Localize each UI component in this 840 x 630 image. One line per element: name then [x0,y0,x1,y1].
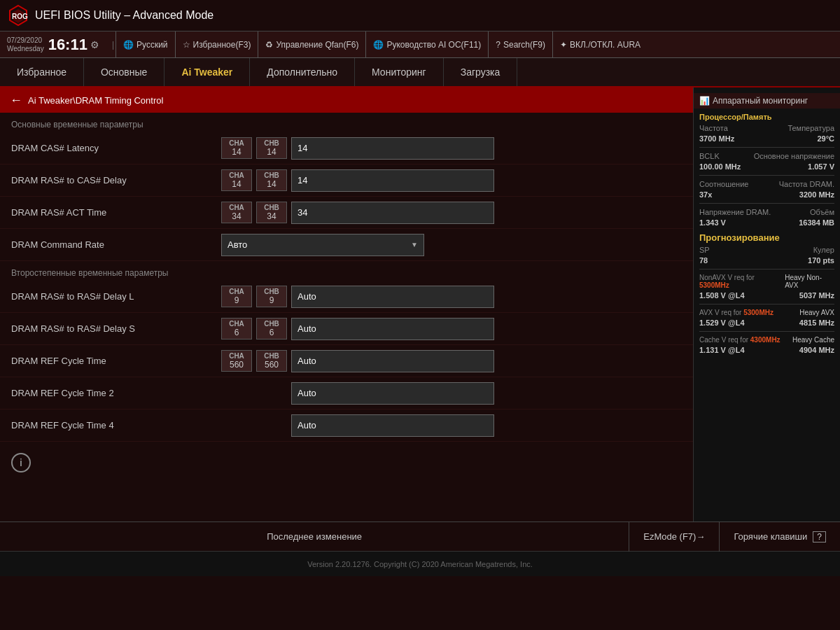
dram-ref-cycle2-values [221,382,682,405]
list-item: Частота Температура [699,124,834,132]
back-arrow-icon[interactable]: ← [10,93,22,108]
nav-favorites[interactable]: Избранное [0,58,84,86]
monitor-icon: 📊 [699,96,710,106]
right-sidebar: 📊 Аппаратный мониторинг Процессор/Память… [693,88,840,522]
dram-ref-cycle2-input[interactable] [291,382,494,405]
info-button[interactable]: i [11,453,31,472]
nav-ai-tweaker[interactable]: Ai Tweaker [164,58,250,86]
dram-ref-cycle4-input[interactable] [291,414,494,437]
table-row: DRAM REF Cycle Time CHA 560 CHB 560 [0,345,693,377]
dram-ras-act-label: DRAM RAS# ACT Time [11,207,221,218]
nav-monitor[interactable]: Мониторинг [355,58,444,86]
sidebar-section-title: 📊 Аппаратный мониторинг [694,93,840,108]
dram-cas-latency-label: DRAM CAS# Latency [11,143,221,153]
list-item: 1.343 V 16384 MB [699,218,834,227]
dram-ras-ras-l-values: CHA 9 CHB 9 [221,286,682,308]
last-change-btn[interactable]: Последнее изменение [0,522,629,552]
list-item: Напряжение DRAM. Объём [699,208,834,216]
dram-ras-cas-delay-input[interactable] [291,169,494,192]
search-icon: ? [496,40,500,50]
hotkeys-btn[interactable]: Горячие клавиши ? [719,522,840,552]
nav-boot[interactable]: Загрузка [444,58,518,86]
cha-box-cas: CHA 14 [221,137,252,159]
dram-ras-act-values: CHA 34 CHB 34 [221,202,682,224]
dram-command-rate-values: Авто ▼ [221,234,682,256]
main-content: ← Ai Tweaker\DRAM Timing Control Основны… [0,88,693,522]
dram-command-rate-label: DRAM Command Rate [11,239,221,250]
dram-ras-ras-s-input[interactable] [291,318,494,340]
dram-command-rate-dropdown[interactable]: Авто ▼ [221,234,424,256]
footer: Version 2.20.1276. Copyright (C) 2020 Am… [0,551,840,576]
cha-value-cas: 14 [232,147,241,157]
table-row: DRAM RAS# ACT Time CHA 34 CHB 34 [0,197,693,229]
dram-ras-cas-delay-label: DRAM RAS# to CAS# Delay [11,175,221,186]
cha-box-rrs: CHA 6 [221,318,252,340]
aura-btn[interactable]: ✦ ВКЛ./ОТКЛ. AURA [552,31,648,58]
dram-ras-ras-l-label: DRAM RAS# to RAS# Delay L [11,291,221,302]
dram-ras-ras-l-input[interactable] [291,286,494,308]
chb-box-rrs: CHB 6 [256,318,287,340]
date-text: 07/29/2020 [7,36,44,45]
cha-label-cas: CHA [229,139,244,147]
breadcrumb-path: Ai Tweaker\DRAM Timing Control [28,95,163,106]
list-item: BCLK Основное напряжение [699,152,834,160]
bottom-bar: Последнее изменение EzMode (F7)→ Горячие… [0,522,840,551]
dram-ras-act-input[interactable] [291,202,494,224]
time-display: 16:11 [48,36,88,54]
dropdown-arrow-icon: ▼ [411,241,418,248]
cha-box-ras-act: CHA 34 [221,202,252,223]
dram-cas-latency-input[interactable] [291,137,494,160]
chb-box-cas: CHB 14 [256,137,287,159]
list-item: Cache V req for 4300MHz Heavy Cache [699,336,834,344]
list-item: 1.508 V @L4 5037 MHz [699,291,834,300]
fan-icon: ♻ [265,40,273,50]
chb-value-cas: 14 [267,147,276,157]
primary-section-header: Основные временные параметры [0,113,693,132]
list-item: 100.00 MHz 1.057 V [699,162,834,171]
list-item: 1.529 V @L4 4815 MHz [699,318,834,327]
chb-box-rct: CHB 560 [256,350,287,372]
nav-advanced[interactable]: Дополнительно [250,58,355,86]
table-row: DRAM CAS# Latency CHA 14 CHB 14 [0,132,693,164]
table-row: DRAM RAS# to RAS# Delay S CHA 6 CHB 6 [0,313,693,345]
search-btn[interactable]: ? Search(F9) [488,31,552,58]
header: ROG UEFI BIOS Utility – Advanced Mode [0,0,840,31]
aioc-btn[interactable]: 🌐 Руководство AI OC(F11) [365,31,488,58]
settings-gear-icon[interactable]: ⚙ [90,39,99,50]
dram-ref-cycle4-values [221,414,682,437]
breadcrumb: ← Ai Tweaker\DRAM Timing Control [0,88,693,113]
main-nav: Избранное Основные Ai Tweaker Дополнител… [0,58,840,88]
dram-ref-cycle-label: DRAM REF Cycle Time [11,356,221,366]
ezmode-btn[interactable]: EzMode (F7)→ [629,522,719,552]
chb-box-ras-act: CHB 34 [256,202,287,223]
topbar: 07/29/2020 Wednesday 16:11 ⚙ | 🌐 Русский… [0,31,840,58]
dram-ref-cycle-input[interactable] [291,350,494,372]
ai-icon: 🌐 [373,40,384,50]
settings-body: Основные временные параметры DRAM CAS# L… [0,113,693,442]
table-row: DRAM RAS# to RAS# Delay L CHA 9 CHB 9 [0,281,693,313]
dram-cas-latency-values: CHA 14 CHB 14 [221,137,682,160]
dram-ref-cycle2-label: DRAM REF Cycle Time 2 [11,388,221,398]
info-area: i [0,442,693,484]
list-item: 3700 MHz 29°C [699,134,834,143]
dram-ras-cas-delay-values: CHA 14 CHB 14 [221,169,682,192]
list-item: NonAVX V req for 5300MHz Heavy Non-AVX [699,274,834,289]
prognoz-title: Прогнозирование [699,232,834,243]
content-wrapper: ← Ai Tweaker\DRAM Timing Control Основны… [0,88,840,522]
favorites-btn[interactable]: ☆ Избранное(F3) [175,31,258,58]
dram-ref-cycle-values: CHA 560 CHB 560 [221,350,682,372]
qfan-btn[interactable]: ♻ Управление Qfan(F6) [258,31,365,58]
table-row: DRAM REF Cycle Time 4 [0,410,693,442]
rog-logo-icon: ROG [7,4,29,27]
cha-box-ras-cas: CHA 14 [221,169,252,191]
sidebar-subsection-title: Процессор/Память [699,113,834,121]
date-display: 07/29/2020 Wednesday [7,36,44,53]
table-row: DRAM REF Cycle Time 2 [0,377,693,410]
app-title: UEFI BIOS Utility – Advanced Mode [35,9,214,22]
dram-ras-ras-s-values: CHA 6 CHB 6 [221,318,682,340]
cha-box-rrl: CHA 9 [221,286,252,307]
chb-box-ras-cas: CHB 14 [256,169,287,191]
language-btn[interactable]: 🌐 Русский [115,31,175,58]
weekday-text: Wednesday [7,45,44,53]
nav-main[interactable]: Основные [84,58,164,86]
